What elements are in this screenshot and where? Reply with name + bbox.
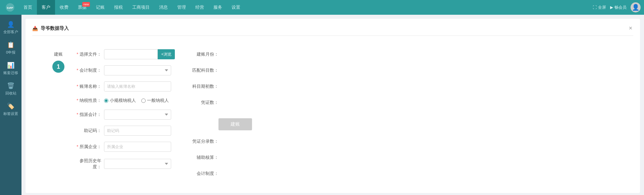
tax-label: 纳税性质： — [75, 97, 101, 104]
info-month-label: 建账月份： — [188, 51, 218, 57]
memo-input[interactable] — [104, 126, 171, 136]
info-accounting-system-value — [221, 169, 255, 179]
new-badge: new — [82, 2, 90, 7]
member-button[interactable]: ▶ 畅会员 — [610, 5, 627, 10]
sidebar-item-tag-settings[interactable]: 🏷️ 标签设置 — [1, 100, 21, 119]
info-month-row: 建账月份： — [188, 49, 255, 59]
build-button[interactable]: 建账 — [218, 118, 252, 130]
info-voucher-value — [221, 97, 255, 108]
recycle-bin-icon: 🗑️ — [7, 82, 14, 89]
nav-right: ⛶ 全屏 ▶ 畅会员 👤 — [593, 2, 641, 12]
build-btn-container: 建账 — [188, 114, 255, 130]
company-row: 所属企业： — [75, 142, 175, 152]
tax-small-radio[interactable]: 小规模纳税人 — [104, 97, 136, 104]
nav-service[interactable]: 服务 — [209, 0, 227, 15]
info-voucher-row: 凭证数： — [188, 97, 255, 108]
all-customers-icon: 👤 — [7, 21, 14, 28]
account-migration-icon: 📊 — [7, 62, 14, 69]
info-match-row: 匹配科目数： — [188, 65, 255, 75]
memo-row: 助记码： — [75, 126, 175, 136]
nav-bookkeeping[interactable]: 记账 — [91, 0, 109, 15]
browse-button[interactable]: +浏览 — [158, 49, 175, 59]
layout: 👤 全部客户 📋 0申报 📊 账套迁移 🗑️ 回收站 🏷️ 标签设置 📥 导爷数… — [0, 15, 644, 195]
info-section: 建账月份： 匹配科目数： 科目期初数： 凭证数： — [188, 49, 255, 179]
sidebar-item-recycle-bin[interactable]: 🗑️ 回收站 — [1, 79, 21, 99]
avatar[interactable]: 👤 — [631, 2, 641, 12]
accounting-select[interactable] — [104, 65, 171, 75]
nav-invoice[interactable]: 票据 new — [73, 0, 91, 15]
year-label: 参照历史年度： — [75, 158, 101, 170]
tag-settings-icon: 🏷️ — [7, 103, 14, 110]
nav-customer[interactable]: 客户 — [37, 0, 55, 15]
logo: EaRP — [3, 0, 17, 15]
avatar-icon: 👤 — [632, 4, 639, 11]
panel-header-icon: 📥 — [32, 26, 38, 31]
nav-operation[interactable]: 经营 — [191, 0, 209, 15]
info-aux-label: 辅助核算： — [188, 154, 218, 160]
ledger-row: 账簿名称： — [75, 81, 175, 91]
info-match-label: 匹配科目数： — [188, 67, 218, 73]
tax-general-radio[interactable]: 一般纳税人 — [141, 97, 169, 104]
nav-manage[interactable]: 管理 — [172, 0, 191, 15]
accounting-row: 会计制度： — [75, 65, 175, 75]
member-icon: ▶ — [610, 5, 613, 10]
import-panel: 📥 导爷数据导入 × 建账 1 选择 — [26, 19, 640, 193]
file-label: 选择文件： — [75, 51, 101, 57]
fullscreen-icon: ⛶ — [593, 5, 597, 10]
file-row: 选择文件： +浏览 — [75, 49, 175, 59]
year-row: 参照历史年度： — [75, 158, 175, 170]
sidebar-item-zero-declaration[interactable]: 📋 0申报 — [1, 39, 21, 58]
step-badge: 1 — [52, 61, 64, 73]
info-period-value — [221, 81, 255, 91]
accountant-row: 指派会计： — [75, 110, 175, 120]
ledger-input[interactable] — [104, 81, 171, 91]
accountant-label: 指派会计： — [75, 112, 101, 118]
form-right: 建账月份： 匹配科目数： 科目期初数： 凭证数： — [188, 49, 255, 179]
sidebar: 👤 全部客户 📋 0申报 📊 账套迁移 🗑️ 回收站 🏷️ 标签设置 — [0, 15, 21, 195]
info-voucher-entries-label: 凭证分录数： — [188, 138, 218, 144]
info-voucher-entries-row: 凭证分录数： — [188, 136, 255, 146]
close-button[interactable]: × — [627, 24, 635, 32]
company-label: 所属企业： — [75, 144, 101, 150]
year-select[interactable] — [104, 159, 171, 169]
tax-radio-group: 小规模纳税人 一般纳税人 — [104, 97, 169, 104]
panel-title: 导爷数据导入 — [41, 25, 69, 31]
sidebar-item-account-migration[interactable]: 📊 账套迁移 — [1, 59, 21, 78]
accountant-select[interactable] — [104, 110, 171, 120]
info-voucher-label: 凭证数： — [188, 100, 218, 106]
main-content: 📥 导爷数据导入 × 建账 1 选择 — [21, 15, 644, 195]
tax-row: 纳税性质： 小规模纳税人 一般纳税人 — [75, 97, 175, 104]
file-input-group: +浏览 — [104, 49, 175, 59]
step-label: 建账 — [54, 51, 63, 57]
nav-business[interactable]: 工商项目 — [128, 0, 154, 15]
form-left: 建账 1 选择文件： +浏览 — [52, 49, 175, 179]
form-layout: 建账 1 选择文件： +浏览 — [32, 43, 633, 185]
info-match-value — [221, 65, 255, 75]
memo-label: 助记码： — [75, 128, 101, 134]
info-period-label: 科目期初数： — [188, 83, 218, 89]
svg-text:EaRP: EaRP — [7, 7, 13, 9]
top-nav: EaRP 首页 客户 收费 票据 new 记账 报税 工商项目 消息 管理 经营… — [0, 0, 644, 15]
fullscreen-button[interactable]: ⛶ 全屏 — [593, 5, 606, 10]
file-input[interactable] — [104, 49, 158, 59]
nav-tax[interactable]: 报税 — [109, 0, 128, 15]
info-period-row: 科目期初数： — [188, 81, 255, 91]
company-input[interactable] — [104, 142, 171, 152]
nav-home[interactable]: 首页 — [19, 0, 37, 15]
ledger-label: 账簿名称： — [75, 83, 101, 89]
sidebar-item-all-customers[interactable]: 👤 全部客户 — [1, 18, 21, 37]
info-accounting-system-row: 会计制度： — [188, 169, 255, 179]
info-accounting-system-label: 会计制度： — [188, 171, 218, 177]
zero-declaration-icon: 📋 — [7, 41, 14, 49]
accounting-label: 会计制度： — [75, 67, 101, 73]
nav-settings[interactable]: 设置 — [227, 0, 245, 15]
info-aux-row: 辅助核算： — [188, 152, 255, 162]
panel-header: 📥 导爷数据导入 — [32, 25, 633, 36]
info-aux-value — [221, 152, 255, 162]
info-voucher-entries-value — [221, 136, 255, 146]
nav-message[interactable]: 消息 — [154, 0, 172, 15]
form-fields: 选择文件： +浏览 会计制度： — [75, 49, 175, 179]
nav-fee[interactable]: 收费 — [55, 0, 73, 15]
info-month-value — [221, 49, 255, 59]
